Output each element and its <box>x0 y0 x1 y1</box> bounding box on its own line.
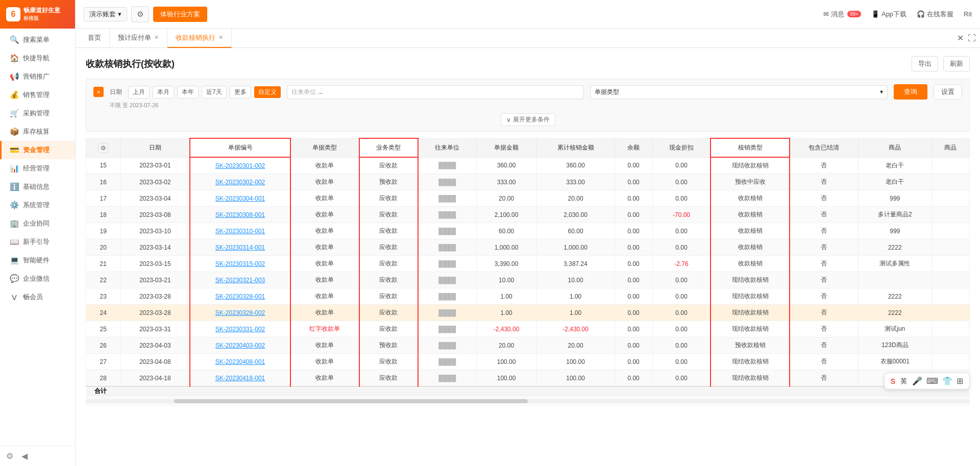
cell-bill-no[interactable]: SK-20230408-001 <box>190 354 290 370</box>
user-area[interactable]: Rit <box>964 10 972 18</box>
cell-bill-no[interactable]: SK-20230314-001 <box>190 239 290 256</box>
date-range-display: 不限 至 2023-07-26 <box>110 102 158 108</box>
expand-more-conditions-btn[interactable]: ∨ 展开更多条件 <box>501 113 555 126</box>
sidebar-item-wechat[interactable]: 💬 企业微信 <box>0 269 75 288</box>
sidebar-label-system: 系统管理 <box>23 201 50 210</box>
experience-button[interactable]: 体验行业方案 <box>153 7 207 22</box>
th-settings[interactable]: ⚙ <box>86 138 120 157</box>
tab-expand-icon[interactable]: ⛶ <box>968 34 976 43</box>
this-year-btn[interactable]: 本年 <box>177 86 199 99</box>
guide-icon: 📖 <box>10 237 19 247</box>
cell-product2 <box>932 190 969 207</box>
grid-icon[interactable]: ⊞ <box>957 376 963 386</box>
cell-bill-no[interactable]: SK-20230315-002 <box>190 256 290 272</box>
cell-bill-no[interactable]: SK-20230328-001 <box>190 288 290 305</box>
message-item[interactable]: ✉ 消息 99+ <box>823 10 861 19</box>
cell-bill-no[interactable]: SK-20230304-001 <box>190 190 290 207</box>
cell-bill-amount: -2,430.00 <box>476 321 536 337</box>
query-button[interactable]: 查询 <box>894 84 927 100</box>
cell-bill-no[interactable]: SK-20230302-002 <box>190 174 290 190</box>
collapse-sidebar-icon[interactable]: ◀ <box>21 451 28 461</box>
sidebar-item-guide[interactable]: 📖 新手引导 <box>0 233 75 251</box>
export-button[interactable]: 导出 <box>912 56 938 71</box>
th-cash-discount: 现金折扣 <box>652 138 710 157</box>
cell-bill-no[interactable]: SK-20230310-001 <box>190 223 290 239</box>
more-date-btn[interactable]: 更多 <box>230 86 251 99</box>
microphone-icon[interactable]: 🎤 <box>912 376 922 386</box>
sidebar-item-purchase[interactable]: 🛒 采购管理 <box>0 104 75 122</box>
cell-writeoff-type: 现结收款核销 <box>710 305 790 321</box>
sidebar-item-enterprise[interactable]: 🏢 企业协同 <box>0 214 75 233</box>
cell-cash-discount: 0.00 <box>652 223 710 239</box>
filter-expand-icon[interactable]: » <box>93 87 104 97</box>
cell-bill-no[interactable]: SK-20230328-002 <box>190 305 290 321</box>
cell-biz-type: 应收款 <box>359 321 418 337</box>
keyboard-icon[interactable]: ⌨ <box>926 376 938 386</box>
message-icon: ✉ <box>823 10 829 18</box>
cell-cumulative: -2,430.00 <box>536 321 615 337</box>
cell-biz-type: 应收款 <box>359 190 418 207</box>
settings-bottom-icon[interactable]: ⚙ <box>6 451 13 461</box>
sidebar-item-basic[interactable]: ℹ️ 基础信息 <box>0 178 75 196</box>
sidebar-item-inventory[interactable]: 📦 库存核算 <box>0 122 75 141</box>
bill-type-select[interactable]: 单据类型 ▾ <box>590 85 888 99</box>
cell-counterparty: ████ <box>418 239 476 256</box>
sidebar-label-purchase: 采购管理 <box>23 109 50 118</box>
th-counterparty: 往来单位 <box>418 138 476 157</box>
table-settings-icon[interactable]: ⚙ <box>98 143 108 153</box>
cell-bill-no[interactable]: SK-20230331-002 <box>190 321 290 337</box>
tab-receipt-exec-close[interactable]: ✕ <box>218 34 223 41</box>
cell-writeoff-type: 现结收款核销 <box>710 321 790 337</box>
cell-balance: 0.00 <box>615 223 652 239</box>
last7-btn[interactable]: 近7天 <box>202 86 227 99</box>
date-filter-label: 日期 <box>110 88 122 96</box>
setting-button[interactable]: 设置 <box>934 84 962 100</box>
system-icon: ⚙️ <box>10 201 19 210</box>
company-selector[interactable]: 演示账套 ▾ <box>84 7 127 21</box>
cell-bill-no[interactable]: SK-20230418-001 <box>190 370 290 387</box>
sidebar-item-marketing[interactable]: 📢 营销推广 <box>0 67 75 86</box>
cell-bill-no[interactable]: SK-20230403-002 <box>190 337 290 354</box>
sidebar-item-quicknav[interactable]: 🏠 快捷导航 <box>0 49 75 67</box>
th-bill-no: 单据编号 <box>190 138 290 157</box>
cell-include-settled: 否 <box>790 239 858 256</box>
topbar-gear-button[interactable]: ⚙ <box>131 6 149 22</box>
counterparty-input[interactable]: 往来单位 ... <box>287 85 584 99</box>
cell-bill-no[interactable]: SK-20230321-003 <box>190 272 290 288</box>
tab-payable-close[interactable]: ✕ <box>154 34 159 41</box>
tab-receipt-exec[interactable]: 收款核销执行 ✕ <box>167 29 232 48</box>
app-download-item[interactable]: 📱 App下载 <box>871 10 906 19</box>
cell-biz-type: 应收款 <box>359 288 418 305</box>
last-month-btn[interactable]: 上月 <box>128 86 150 99</box>
tab-payable[interactable]: 预计应付单 ✕ <box>110 29 167 48</box>
cell-include-settled: 否 <box>790 321 858 337</box>
horizontal-scrollbar[interactable] <box>86 399 970 403</box>
online-service-item[interactable]: 🎧 在线客服 <box>917 10 953 19</box>
cell-include-settled: 否 <box>790 337 858 354</box>
sidebar-item-sales[interactable]: 💰 销售管理 <box>0 86 75 104</box>
cell-bill-amount: 2,100.00 <box>476 207 536 223</box>
tab-close-all-icon[interactable]: ✕ <box>957 33 964 43</box>
tab-home[interactable]: 首页 <box>80 29 110 48</box>
sidebar-item-search[interactable]: 🔍 搜索菜单 <box>0 31 75 49</box>
cell-include-settled: 否 <box>790 305 858 321</box>
cell-bill-no[interactable]: SK-20230308-001 <box>190 207 290 223</box>
cell-biz-type: 应收款 <box>359 370 418 387</box>
app-icon: 📱 <box>871 10 879 18</box>
shirt-icon[interactable]: 👕 <box>942 376 952 386</box>
custom-date-btn[interactable]: 自定义 <box>254 86 281 98</box>
cell-product2 <box>932 305 969 321</box>
sidebar-item-member[interactable]: V 畅会员 <box>0 288 75 306</box>
sidebar-item-hardware[interactable]: 💻 智能硬件 <box>0 251 75 269</box>
cell-include-settled: 否 <box>790 207 858 223</box>
cell-no: 16 <box>86 174 120 190</box>
cell-bill-no[interactable]: SK-20230301-002 <box>190 157 290 174</box>
this-month-btn[interactable]: 本月 <box>153 86 174 99</box>
sidebar-item-operations[interactable]: 📊 经营管理 <box>0 159 75 178</box>
sidebar-item-system[interactable]: ⚙️ 系统管理 <box>0 196 75 214</box>
cell-writeoff-type: 收款核销 <box>710 190 790 207</box>
sidebar-item-finance[interactable]: 💳 资金管理 <box>0 141 75 159</box>
scroll-thumb[interactable] <box>174 399 528 403</box>
sidebar-logo: 6 畅康道好生意 标推版 <box>0 0 75 29</box>
refresh-button[interactable]: 刷新 <box>943 56 970 71</box>
